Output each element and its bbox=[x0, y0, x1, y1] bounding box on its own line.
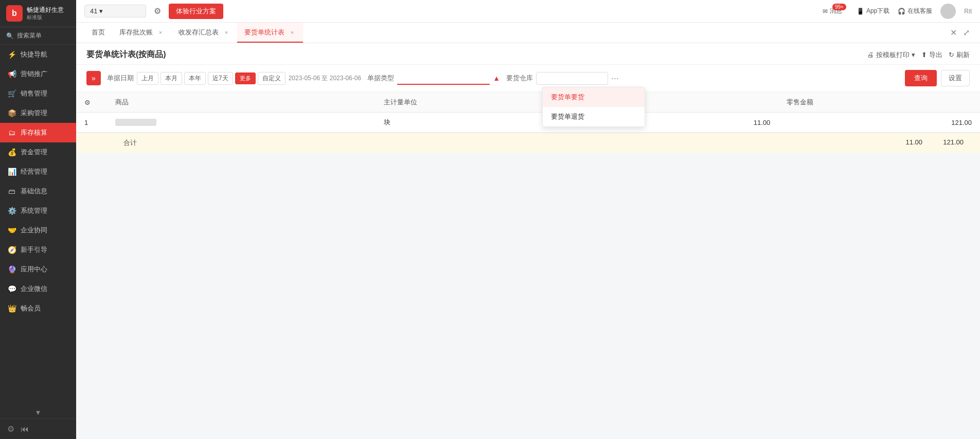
basic-icon: 🗃 bbox=[7, 187, 16, 196]
sidebar-item-sales[interactable]: 🛒 销售管理 bbox=[0, 84, 76, 103]
tab-close-inventory-batch[interactable]: × bbox=[157, 29, 164, 36]
app-logo-text: 畅捷通好生意 标准版 bbox=[27, 6, 64, 21]
filter-actions: 查询 设置 bbox=[905, 70, 970, 86]
sidebar-item-inventory[interactable]: 🗂 库存核算 bbox=[0, 123, 76, 142]
main-area: 41 ▾ ⚙ 体验行业方案 ✉ 消息 99+ 📱 App下载 🎧 在线客服 Ri… bbox=[76, 0, 980, 439]
footer-spacer bbox=[84, 138, 115, 148]
footer-amount: 121.00 bbox=[931, 138, 972, 148]
refresh-button[interactable]: ↻ 刷新 bbox=[949, 50, 970, 60]
member-icon: 👑 bbox=[7, 304, 16, 313]
settings-row-button[interactable]: 设置 bbox=[941, 70, 970, 86]
cell-product bbox=[107, 113, 376, 133]
sidebar-scroll-down[interactable]: ▼ bbox=[0, 407, 76, 418]
sidebar-item-apps[interactable]: 🔮 应用中心 bbox=[0, 260, 76, 279]
tab-close-recv-summary[interactable]: × bbox=[223, 29, 230, 36]
collapse-sidebar-icon[interactable]: ⏮ bbox=[21, 425, 29, 434]
table-row: 1 块 11.00 121.00 bbox=[76, 113, 980, 133]
tab-expand-icon[interactable]: ⤢ bbox=[961, 26, 972, 40]
tabbar-actions: ✕ ⤢ bbox=[948, 23, 972, 43]
sidebar-item-wechat[interactable]: 💬 企业微信 bbox=[0, 279, 76, 299]
dropdown-item-return[interactable]: 要货单退货 bbox=[543, 107, 645, 126]
tab-order-stats[interactable]: 要货单统计表 × bbox=[237, 23, 303, 43]
sidebar-item-quick-nav[interactable]: ⚡ 快捷导航 bbox=[0, 45, 76, 64]
system-icon: ⚙️ bbox=[7, 206, 16, 215]
trial-button[interactable]: 体验行业方案 bbox=[169, 4, 223, 19]
app-logo-icon: b bbox=[6, 5, 23, 22]
sidebar-item-operations[interactable]: 📊 经营管理 bbox=[0, 162, 76, 181]
settings-footer-icon[interactable]: ⚙ bbox=[7, 424, 14, 434]
sidebar-nav: ⚡ 快捷导航 📢 营销推广 🛒 销售管理 📦 采购管理 🗂 库存核算 💰 资金管… bbox=[0, 45, 76, 407]
sales-icon: 🛒 bbox=[7, 89, 16, 98]
topbar-settings-icon[interactable]: ⚙ bbox=[150, 4, 165, 19]
print-chevron-icon: ▾ bbox=[912, 51, 915, 59]
sidebar-item-enterprise[interactable]: 🤝 企业协同 bbox=[0, 221, 76, 240]
finance-icon: 💰 bbox=[7, 148, 16, 157]
sidebar-item-system[interactable]: ⚙️ 系统管理 bbox=[0, 201, 76, 221]
sidebar-item-finance[interactable]: 💰 资金管理 bbox=[0, 142, 76, 162]
header-actions: 🖨 按模板打印 ▾ ⬆ 导出 ↻ 刷新 bbox=[867, 50, 970, 60]
page-header: 要货单统计表(按商品) 🖨 按模板打印 ▾ ⬆ 导出 ↻ 刷新 bbox=[76, 43, 980, 64]
warehouse-filter-label: 要货仓库 bbox=[506, 74, 533, 83]
more-dates-btn[interactable]: 更多 bbox=[235, 72, 256, 84]
filter-more-icon[interactable]: ··· bbox=[611, 73, 619, 84]
query-button[interactable]: 查询 bbox=[905, 70, 937, 86]
chevron-down-icon: ▾ bbox=[99, 7, 103, 15]
topbar: 41 ▾ ⚙ 体验行业方案 ✉ 消息 99+ 📱 App下载 🎧 在线客服 Ri… bbox=[76, 0, 980, 23]
custom-date-btn[interactable]: 自定义 bbox=[258, 72, 286, 85]
user-avatar[interactable] bbox=[940, 4, 956, 19]
message-action[interactable]: ✉ 消息 99+ bbox=[823, 7, 842, 15]
tab-home[interactable]: 首页 bbox=[84, 23, 112, 43]
table-settings-icon[interactable]: ⚙ bbox=[84, 99, 91, 106]
sidebar-search[interactable]: 🔍 搜索菜单 bbox=[0, 27, 76, 45]
export-icon: ⬆ bbox=[921, 51, 927, 59]
sidebar-item-basic[interactable]: 🗃 基础信息 bbox=[0, 181, 76, 201]
col-settings: ⚙ bbox=[76, 93, 107, 113]
inventory-icon: 🗂 bbox=[7, 128, 16, 137]
search-icon: 🔍 bbox=[6, 32, 14, 40]
type-filter-input[interactable] bbox=[397, 72, 490, 85]
headset-icon: 🎧 bbox=[898, 8, 905, 15]
table-footer: 合计 11.00 121.00 bbox=[76, 133, 980, 153]
tab-recv-summary[interactable]: 收发存汇总表 × bbox=[171, 23, 237, 43]
marketing-icon: 📢 bbox=[7, 69, 16, 79]
app-download-action[interactable]: 📱 App下载 bbox=[857, 7, 889, 15]
filter-expand-button[interactable]: » bbox=[86, 71, 101, 85]
sidebar-item-member[interactable]: 👑 畅会员 bbox=[0, 299, 76, 318]
sidebar-item-marketing[interactable]: 📢 营销推广 bbox=[0, 64, 76, 84]
sidebar-item-guide[interactable]: 🧭 新手引导 bbox=[0, 240, 76, 260]
data-table: ⚙ 商品 主计量单位 主数量 零售金额 1 bbox=[76, 93, 980, 133]
page-content: 要货单统计表(按商品) 🖨 按模板打印 ▾ ⬆ 导出 ↻ 刷新 bbox=[76, 43, 980, 439]
topbar-left: 41 ▾ ⚙ 体验行业方案 bbox=[84, 4, 816, 19]
quick-nav-icon: ⚡ bbox=[7, 50, 16, 59]
date-filter-group: 单据日期 上月 本月 本年 近7天 更多 自定义 2023-05-06 至 20… bbox=[107, 72, 361, 85]
prev-month-btn[interactable]: 上月 bbox=[137, 72, 158, 85]
this-month-btn[interactable]: 本月 bbox=[161, 72, 182, 85]
sidebar: b 畅捷通好生意 标准版 🔍 搜索菜单 ⚡ 快捷导航 📢 营销推广 🛒 销售管理… bbox=[0, 0, 76, 439]
date-filter-label: 单据日期 bbox=[107, 74, 134, 83]
tab-close-order-stats[interactable]: × bbox=[289, 29, 296, 36]
export-button[interactable]: ⬆ 导出 bbox=[921, 50, 942, 60]
product-ghost-text bbox=[115, 119, 156, 126]
store-selector[interactable]: 41 ▾ bbox=[84, 5, 146, 17]
this-year-btn[interactable]: 本年 bbox=[184, 72, 206, 85]
type-dropdown-arrow[interactable]: ▲ bbox=[493, 74, 500, 82]
footer-label: 合计 bbox=[115, 138, 145, 148]
guide-icon: 🧭 bbox=[7, 245, 16, 254]
apps-icon: 🔮 bbox=[7, 265, 16, 274]
tab-close-all-icon[interactable]: ✕ bbox=[948, 26, 959, 40]
sidebar-footer: ⚙ ⏮ bbox=[0, 418, 76, 439]
online-service-action[interactable]: 🎧 在线客服 bbox=[898, 7, 932, 15]
footer-product-spacer bbox=[145, 138, 848, 148]
warehouse-filter-group: 要货仓库 ··· bbox=[506, 72, 619, 85]
print-icon: 🖨 bbox=[867, 51, 874, 59]
print-button[interactable]: 🖨 按模板打印 ▾ bbox=[867, 50, 915, 60]
footer-qty: 11.00 bbox=[889, 138, 931, 148]
warehouse-filter-input[interactable] bbox=[536, 72, 608, 85]
sidebar-item-purchase[interactable]: 📦 采购管理 bbox=[0, 103, 76, 123]
expand-icon: » bbox=[92, 74, 96, 82]
tab-inventory-batch[interactable]: 库存批次账 × bbox=[112, 23, 171, 43]
last7days-btn[interactable]: 近7天 bbox=[208, 72, 233, 85]
dropdown-item-requisition[interactable]: 要货单要货 bbox=[543, 87, 645, 107]
type-filter-group: 单据类型 ▲ 要货单要货 要货单退货 bbox=[367, 72, 500, 85]
footer-unit-spacer bbox=[848, 138, 889, 148]
